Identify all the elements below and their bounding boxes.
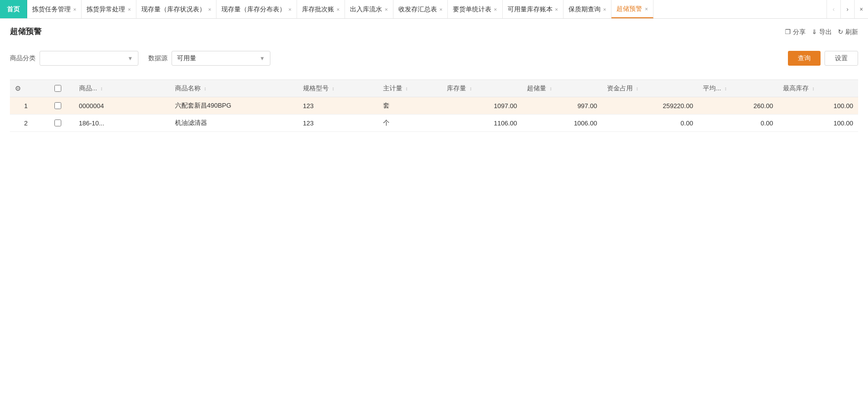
category-filter: 商品分类 ▼ <box>10 51 138 66</box>
share-icon: ❐ <box>785 28 791 36</box>
sort-icon-overflow: ↕ <box>550 86 552 91</box>
nav-tab-stock-dist[interactable]: 现存量（库存分布表）× <box>217 0 297 18</box>
nav-tab-label: 现存量（库存状况表） <box>141 5 206 14</box>
nav-tab-close[interactable]: × <box>494 6 497 12</box>
cell-overflow: 997.00 <box>522 97 602 115</box>
th-goods-name[interactable]: 商品名称 ↕ <box>170 80 298 97</box>
data-table: ⚙ 商品... ↕ 商品名称 ↕ 规格型号 ↕ <box>10 79 858 132</box>
cell-goods-name: 六配套新昌490BPG <box>170 97 298 115</box>
query-button[interactable]: 查询 <box>788 51 821 66</box>
refresh-label: 刷新 <box>845 28 858 37</box>
nav-tab-shelf-life[interactable]: 保质期查询× <box>564 0 611 18</box>
th-checkbox[interactable] <box>42 80 74 97</box>
refresh-button[interactable]: ↻ 刷新 <box>838 28 858 37</box>
nav-tab-inout[interactable]: 出入库流水× <box>345 0 393 18</box>
datasource-select-arrow: ▼ <box>260 55 265 61</box>
nav-tab-stock-status[interactable]: 现存量（库存状况表）× <box>136 0 217 18</box>
th-maxstock-label: 最高库存 <box>783 84 809 92</box>
th-capital[interactable]: 资金占用 ↕ <box>602 80 698 97</box>
nav-tab-close[interactable]: × <box>288 6 291 12</box>
nav-tab-label: 可用量库存账本 <box>508 5 553 14</box>
sort-icon-goods-name: ↕ <box>204 86 206 91</box>
th-avg-label: 平均... <box>703 84 721 92</box>
filter-row: 商品分类 ▼ 数据源 可用量 ▼ 查询 设置 <box>10 45 858 72</box>
nav-tab-close[interactable]: × <box>337 6 340 12</box>
th-goods-code[interactable]: 商品... ↕ <box>74 80 170 97</box>
nav-tab-avail-account[interactable]: 可用量库存账本× <box>503 0 564 18</box>
th-unit[interactable]: 主计量 ↕ <box>378 80 442 97</box>
nav-bar: 首页 拣货任务管理×拣货异常处理×现存量（库存状况表）×现存量（库存分布表）×库… <box>0 0 868 19</box>
refresh-icon: ↻ <box>838 28 843 36</box>
category-select-arrow: ▼ <box>128 55 133 61</box>
nav-tab-label: 拣货任务管理 <box>32 5 71 14</box>
category-select[interactable]: ▼ <box>40 51 138 66</box>
nav-next-arrow[interactable]: › <box>840 0 854 18</box>
th-unit-label: 主计量 <box>383 84 402 92</box>
nav-tab-collect[interactable]: 收发存汇总表× <box>393 0 448 18</box>
sort-icon-goods-code: ↕ <box>100 86 103 91</box>
cell-spec: 123 <box>298 115 378 132</box>
nav-tab-close[interactable]: × <box>555 6 558 12</box>
th-stock-label: 库存量 <box>447 84 466 92</box>
nav-tab-close[interactable]: × <box>603 6 606 12</box>
nav-tab-abnormal[interactable]: 拣货异常处理× <box>82 0 136 18</box>
sort-icon-spec: ↕ <box>332 86 334 91</box>
nav-tab-label: 拣货异常处理 <box>87 5 125 14</box>
cell-unit: 套 <box>378 97 442 115</box>
nav-tab-label: 超储预警 <box>616 4 642 13</box>
row-checkbox[interactable] <box>54 119 61 126</box>
cell-checkbox[interactable] <box>42 115 74 132</box>
datasource-filter: 数据源 可用量 ▼ <box>148 51 270 66</box>
th-maxstock[interactable]: 最高库存 ↕ <box>778 80 858 97</box>
th-stock[interactable]: 库存量 ↕ <box>442 80 522 97</box>
table-header-row: ⚙ 商品... ↕ 商品名称 ↕ 规格型号 ↕ <box>10 80 858 97</box>
sort-icon-avg: ↕ <box>725 86 727 91</box>
nav-tab-close[interactable]: × <box>439 6 442 12</box>
setting-button[interactable]: 设置 <box>825 51 858 66</box>
nav-tab-batch[interactable]: 库存批次账× <box>297 0 345 18</box>
page-header: 超储预警 ❐ 分享 ⇓ 导出 ↻ 刷新 <box>10 27 858 37</box>
header-actions: ❐ 分享 ⇓ 导出 ↻ 刷新 <box>785 28 858 37</box>
cell-capital: 259220.00 <box>602 97 698 115</box>
nav-tab-close[interactable]: × <box>73 6 76 12</box>
datasource-select[interactable]: 可用量 ▼ <box>172 51 270 66</box>
nav-tab-label: 出入库流水 <box>350 5 382 14</box>
th-overflow[interactable]: 超储量 ↕ <box>522 80 602 97</box>
row-checkbox[interactable] <box>54 102 61 109</box>
cell-avg: 260.00 <box>698 97 778 115</box>
nav-tab-close[interactable]: × <box>208 6 211 12</box>
th-capital-label: 资金占用 <box>607 84 633 92</box>
page-content: 超储预警 ❐ 分享 ⇓ 导出 ↻ 刷新 商品分类 ▼ 数据源 <box>0 19 868 395</box>
th-spec[interactable]: 规格型号 ↕ <box>298 80 378 97</box>
nav-tab-label: 库存批次账 <box>302 5 334 14</box>
nav-tab-order-stat[interactable]: 要货单统计表× <box>448 0 502 18</box>
nav-tab-task[interactable]: 拣货任务管理× <box>27 0 82 18</box>
nav-home[interactable]: 首页 <box>0 0 27 18</box>
th-setting[interactable]: ⚙ <box>10 80 42 97</box>
nav-close-arrow[interactable]: × <box>854 0 868 18</box>
th-avg[interactable]: 平均... ↕ <box>698 80 778 97</box>
select-all-checkbox[interactable] <box>54 85 61 92</box>
share-button[interactable]: ❐ 分享 <box>785 28 806 37</box>
export-button[interactable]: ⇓ 导出 <box>812 28 832 37</box>
nav-tab-overflow-warning[interactable]: 超储预警× <box>611 0 653 18</box>
cell-spec: 123 <box>298 97 378 115</box>
nav-tab-close[interactable]: × <box>645 6 648 12</box>
cell-unit: 个 <box>378 115 442 132</box>
filter-actions: 查询 设置 <box>788 51 858 66</box>
cell-capital: 0.00 <box>602 115 698 132</box>
nav-tab-close[interactable]: × <box>128 6 130 12</box>
sort-icon-stock: ↕ <box>470 86 472 91</box>
cell-checkbox[interactable] <box>42 97 74 115</box>
sort-icon-capital: ↕ <box>636 86 639 91</box>
datasource-label: 数据源 <box>148 54 168 63</box>
nav-tab-close[interactable]: × <box>385 6 388 12</box>
cell-overflow: 1006.00 <box>522 115 602 132</box>
cell-avg: 0.00 <box>698 115 778 132</box>
settings-icon[interactable]: ⚙ <box>15 84 21 92</box>
page-title: 超储预警 <box>10 27 42 37</box>
export-icon: ⇓ <box>812 28 817 36</box>
th-spec-label: 规格型号 <box>303 84 329 92</box>
nav-prev-arrow[interactable]: ‹ <box>826 0 840 18</box>
table-row: 1 0000004 六配套新昌490BPG 123 套 1097.00 997.… <box>10 97 858 115</box>
